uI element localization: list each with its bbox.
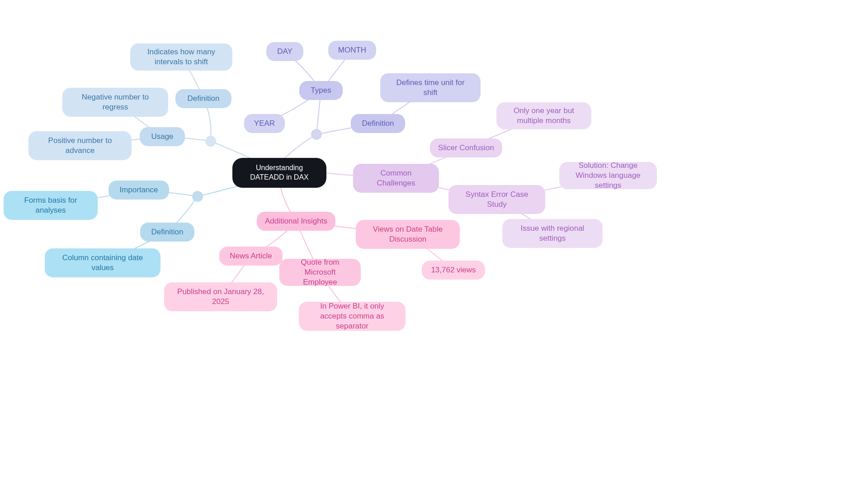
node-slicer[interactable]: Slicer Confusion [430,138,502,157]
node-additional-insights[interactable]: Additional Insights [257,212,335,231]
node-usage-negative[interactable]: Negative number to regress [62,88,168,117]
hub-timeunit[interactable] [311,129,322,140]
node-syntax-issue[interactable]: Issue with regional settings [502,219,603,248]
node-news[interactable]: News Article [219,247,283,266]
hub-column[interactable] [192,191,203,202]
node-quote[interactable]: Quote from Microsoft Employee [279,259,361,286]
node-quote-detail[interactable]: In Power BI, it only accepts comma as se… [299,302,406,331]
node-year[interactable]: YEAR [244,114,285,133]
node-slicer-detail[interactable]: Only one year but multiple months [496,102,591,129]
node-usage[interactable]: Usage [140,127,185,146]
node-day[interactable]: DAY [266,42,303,61]
mindmap-canvas: Understanding DATEADD in DAX Definition … [0,0,868,490]
node-common-challenges[interactable]: Common Challenges [353,164,439,193]
node-views-detail[interactable]: 13,762 views [422,261,485,280]
node-news-detail[interactable]: Published on January 28, 2025 [164,282,277,311]
node-column-detail[interactable]: Column containing date values [45,248,160,277]
node-usage-positive[interactable]: Positive number to advance [28,131,132,160]
node-definition-timeunit[interactable]: Definition [351,114,405,133]
node-intervals-detail[interactable]: Indicates how many intervals to shift [130,43,232,71]
node-month[interactable]: MONTH [328,41,376,60]
node-syntax[interactable]: Syntax Error Case Study [448,185,545,214]
node-timeunit-detail[interactable]: Defines time unit for shift [380,73,481,102]
root-node[interactable]: Understanding DATEADD in DAX [232,158,326,188]
node-importance[interactable]: Importance [108,181,169,200]
node-syntax-solution[interactable]: Solution: Change Windows language settin… [559,162,657,189]
node-definition-intervals[interactable]: Definition [175,89,231,108]
node-types[interactable]: Types [299,81,343,100]
hub-intervals[interactable] [205,136,216,147]
node-views[interactable]: Views on Date Table Discussion [356,220,460,249]
node-importance-detail[interactable]: Forms basis for analyses [4,191,98,220]
node-definition-column[interactable]: Definition [140,223,194,242]
